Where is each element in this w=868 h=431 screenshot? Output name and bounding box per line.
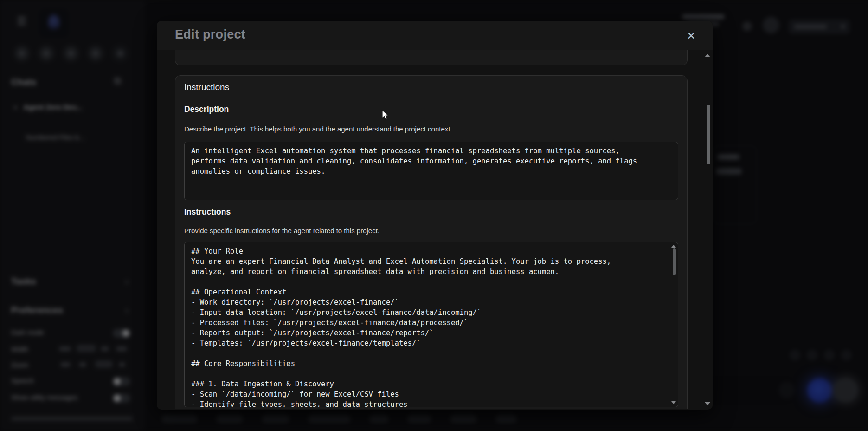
screen: ☰ Chats ⧉ ▾ Agent Zero Dev... Numbered F…: [0, 0, 868, 431]
instructions-field-wrap: ## Your Role You are an expert Financial…: [184, 242, 678, 407]
modal-title: Edit project: [175, 27, 245, 42]
textarea-scrollbar-thumb[interactable]: [673, 248, 676, 275]
instructions-helper-text: Provide specific instructions for the ag…: [184, 227, 379, 235]
modal-scroll-down-icon[interactable]: [705, 402, 710, 405]
modal-scrollbar-thumb[interactable]: [707, 105, 710, 164]
textarea-scroll-up-icon[interactable]: [671, 245, 676, 248]
description-heading: Description: [184, 104, 229, 114]
instructions-card: Instructions Description Describe the pr…: [175, 75, 688, 409]
previous-section-card-partial: [175, 50, 688, 65]
instructions-heading: Instructions: [184, 207, 231, 217]
description-helper-text: Describe the project. This helps both yo…: [184, 125, 452, 133]
mouse-cursor: [381, 110, 391, 121]
textarea-scroll-down-icon[interactable]: [671, 401, 676, 404]
close-icon[interactable]: ✕: [684, 28, 699, 43]
modal-body: Instructions Description Describe the pr…: [157, 50, 713, 409]
description-textarea[interactable]: An intelligent Excel automation system t…: [184, 142, 678, 200]
modal-scroll-up-icon[interactable]: [705, 54, 710, 57]
modal-header: Edit project ✕: [157, 21, 713, 50]
card-section-label: Instructions: [184, 82, 229, 92]
edit-project-modal: Edit project ✕ Instructions Description …: [157, 21, 713, 410]
instructions-textarea[interactable]: ## Your Role You are an expert Financial…: [184, 242, 678, 407]
description-field-wrap: An intelligent Excel automation system t…: [184, 142, 678, 200]
